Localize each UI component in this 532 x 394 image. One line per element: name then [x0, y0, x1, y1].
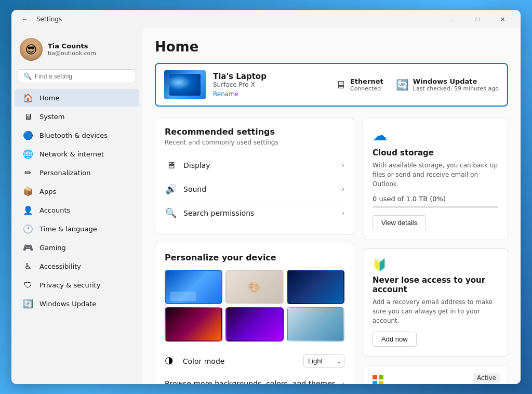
color-mode-select-wrapper[interactable]: Light Dark Custom: [303, 354, 344, 367]
cloud-storage-card: ☁ Cloud storage With available storage, …: [363, 117, 508, 240]
device-status-items: 🖥 Ethernet Connected 🔄 Windows Update La…: [336, 77, 499, 92]
sidebar-item-system-label: System: [39, 113, 64, 121]
account-security-card: 🔰 Never lose access to your account Add …: [363, 248, 508, 357]
time-icon: 🕐: [23, 224, 33, 234]
sidebar-item-update-label: Windows Update: [39, 300, 96, 308]
wallpaper-4[interactable]: [165, 307, 222, 342]
add-now-button[interactable]: Add now: [373, 332, 417, 347]
sidebar-nav: 🏠 Home 🖥 System 🔵 Bluetooth & devices 🌐 …: [11, 88, 142, 313]
title-bar: ← Settings — □ ✕: [11, 10, 521, 29]
apps-icon: 📦: [23, 187, 33, 196]
wallpaper-2[interactable]: 🎨: [225, 270, 283, 304]
sidebar-item-gaming[interactable]: 🎮 Gaming: [15, 239, 139, 257]
cloud-title: Cloud storage: [373, 148, 498, 157]
windows-update-label: Windows Update: [413, 77, 499, 85]
browse-themes-row[interactable]: Browse more backgrounds, colors, and the…: [165, 373, 344, 384]
window-controls: — □ ✕: [441, 11, 514, 28]
browse-themes-label: Browse more backgrounds, colors, and the…: [165, 379, 342, 384]
display-chevron-icon: ›: [342, 162, 344, 169]
right-column: ☁ Cloud storage With available storage, …: [363, 117, 508, 384]
sidebar-item-accessibility[interactable]: ♿ Accessibility: [15, 257, 139, 275]
sidebar-item-time[interactable]: 🕐 Time & language: [15, 220, 139, 238]
sidebar-item-home[interactable]: 🏠 Home: [15, 89, 139, 107]
back-button[interactable]: ←: [18, 12, 32, 27]
page-title: Home: [155, 39, 508, 55]
sound-icon: 🔊: [165, 183, 177, 194]
wallpaper-6[interactable]: [287, 307, 344, 342]
personalize-card: Personalize your device 🎨: [155, 243, 354, 384]
search-setting-row[interactable]: 🔍 Search permissions ›: [165, 201, 344, 225]
gaming-icon: 🎮: [23, 243, 33, 253]
sidebar: 😎 Tia Counts tia@outlook.com 🔍 🏠 Home: [11, 29, 142, 384]
ms-logo-blue: [373, 381, 377, 384]
microsoft-logo: [373, 375, 384, 384]
search-box[interactable]: 🔍: [18, 69, 136, 83]
settings-window: ← Settings — □ ✕ 😎 Tia Counts tia@outloo…: [11, 10, 521, 384]
sidebar-item-privacy-label: Privacy & security: [39, 281, 100, 289]
search-icon: 🔍: [23, 72, 32, 80]
avatar-image: 😎: [20, 38, 43, 61]
device-thumbnail: [164, 70, 206, 99]
device-rename-link[interactable]: Rename: [213, 90, 238, 98]
system-icon: 🖥: [23, 112, 33, 122]
view-details-button[interactable]: View details: [373, 215, 426, 230]
network-icon: 🌐: [23, 149, 33, 159]
home-icon: 🏠: [23, 93, 33, 103]
sidebar-item-network[interactable]: 🌐 Network & internet: [15, 145, 139, 163]
sidebar-item-accounts[interactable]: 👤 Accounts: [15, 201, 139, 219]
sidebar-item-personalization-label: Personalization: [39, 169, 91, 177]
security-description: Add a recovery email address to make sur…: [373, 297, 498, 325]
sound-setting-row[interactable]: 🔊 Sound ›: [165, 177, 344, 201]
device-card: Tia's Laptop Surface Pro X Rename 🖥 Ethe…: [155, 63, 508, 107]
sidebar-item-bluetooth[interactable]: 🔵 Bluetooth & devices: [15, 126, 139, 145]
sidebar-item-network-label: Network & internet: [39, 150, 104, 158]
display-setting-row[interactable]: 🖥 Display ›: [165, 153, 344, 177]
device-info: Tia's Laptop Surface Pro X Rename: [213, 72, 316, 98]
color-mode-label: Color mode: [183, 357, 298, 365]
window-title: Settings: [36, 16, 62, 23]
color-mode-icon: 🌗: [165, 356, 174, 366]
sidebar-item-apps-label: Apps: [39, 188, 56, 195]
update-icon: 🔄: [23, 299, 33, 309]
user-info: Tia Counts tia@outlook.com: [48, 42, 96, 57]
ethernet-sub: Connected: [350, 85, 383, 92]
close-button[interactable]: ✕: [490, 11, 514, 28]
search-permissions-label: Search permissions: [183, 209, 336, 217]
sidebar-item-home-label: Home: [39, 94, 59, 102]
left-column: Recommended settings Recent and commonly…: [155, 117, 354, 384]
personalization-icon: ✏️: [23, 168, 33, 178]
ethernet-info: Ethernet Connected: [350, 77, 383, 92]
windows-update-status: 🔄 Windows Update Last checked: 59 minute…: [396, 77, 499, 92]
cloud-description: With available storage, you can back up …: [373, 161, 498, 189]
sidebar-item-gaming-label: Gaming: [39, 244, 66, 252]
privacy-icon: 🛡: [23, 280, 33, 290]
search-input[interactable]: [35, 73, 130, 80]
ms365-card: Active Microsoft 365 Family You have 1 T…: [363, 365, 508, 384]
security-title: Never lose access to your account: [373, 275, 498, 294]
wallpaper-3[interactable]: [287, 270, 344, 304]
user-section: 😎 Tia Counts tia@outlook.com: [11, 33, 142, 69]
ms-logo-red: [373, 375, 377, 379]
wallpaper-grid: 🎨: [165, 270, 344, 342]
minimize-button[interactable]: —: [441, 11, 464, 28]
display-label: Display: [183, 161, 336, 169]
color-mode-select[interactable]: Light Dark Custom: [303, 354, 344, 367]
maximize-button[interactable]: □: [466, 11, 489, 28]
sidebar-item-system[interactable]: 🖥 System: [15, 108, 139, 126]
sidebar-item-accounts-label: Accounts: [39, 206, 70, 214]
sidebar-item-personalization[interactable]: ✏️ Personalization: [15, 164, 139, 182]
accessibility-icon: ♿: [23, 261, 33, 271]
user-email: tia@outlook.com: [48, 50, 96, 57]
sidebar-item-time-label: Time & language: [39, 225, 97, 233]
wallpaper-1[interactable]: [165, 270, 222, 304]
ethernet-status: 🖥 Ethernet Connected: [336, 77, 383, 92]
sidebar-item-bluetooth-label: Bluetooth & devices: [39, 132, 108, 139]
sidebar-item-apps[interactable]: 📦 Apps: [15, 182, 139, 201]
sound-label: Sound: [183, 185, 336, 193]
wallpaper-5[interactable]: [225, 307, 283, 342]
avatar-emoji: 😎: [25, 43, 37, 56]
sidebar-item-update[interactable]: 🔄 Windows Update: [15, 295, 139, 313]
device-model: Surface Pro X: [213, 81, 316, 88]
sidebar-item-privacy[interactable]: 🛡 Privacy & security: [15, 276, 139, 294]
main-content: Home Tia's Laptop Surface Pro X Rename 🖥: [142, 29, 521, 384]
